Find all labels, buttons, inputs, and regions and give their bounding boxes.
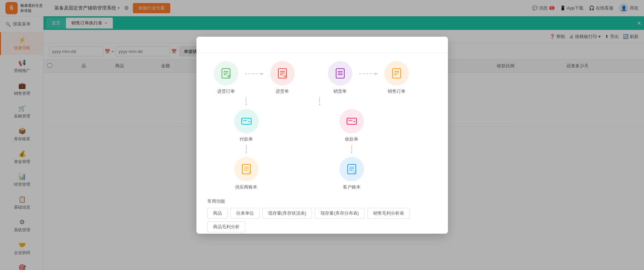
flow-supplier-account[interactable]: 供应商账本	[228, 157, 265, 190]
svg-point-28	[247, 170, 251, 174]
flow-payment-out[interactable]: 付款单	[228, 109, 265, 142]
flow-purchase-order-icon	[214, 61, 238, 86]
flow-sales-icon	[328, 61, 352, 86]
flow-sales-label: 销货单	[333, 88, 347, 94]
flow-purchase-label: 进货单	[276, 88, 289, 94]
flow-sales-order[interactable]: 销售订单	[378, 61, 415, 94]
func-btn-product-margin[interactable]: 商品毛利分析	[207, 221, 245, 232]
flow-supplier-account-label: 供应商账本	[235, 184, 257, 190]
flow-payment-in[interactable]: 收款单	[333, 109, 370, 142]
func-btn-stock-status[interactable]: 现存量(库存状况表)	[262, 208, 312, 219]
func-btn-partner[interactable]: 往来单位	[230, 208, 260, 219]
flow-payment-in-icon	[340, 109, 364, 133]
common-functions-section: 常用功能 商品 往来单位 现存量(库存状况表) 现存量(库存分布表) 销售毛利分…	[207, 198, 437, 234]
flow-customer-account-icon	[340, 157, 364, 181]
modal-overlay[interactable]: 进货订单 ▶ ✓ 进货单	[0, 0, 644, 270]
flow-customer-account[interactable]: 客户账本	[333, 157, 370, 190]
svg-point-33	[353, 170, 356, 174]
flow-purchase-order[interactable]: 进货订单	[207, 61, 245, 94]
flow-sales[interactable]: 销货单	[321, 61, 359, 94]
func-btn-sales-margin[interactable]: 销售毛利分析表	[367, 208, 410, 219]
func-btn-stock-dist[interactable]: 现存量(库存分布表)	[315, 208, 365, 219]
flow-purchase-order-label: 进货订单	[217, 88, 235, 94]
func-btn-product[interactable]: 商品	[207, 208, 228, 219]
flow-payment-out-label: 付款单	[240, 136, 253, 142]
svg-text:✓: ✓	[284, 75, 286, 78]
flow-customer-account-label: 客户账本	[343, 184, 361, 190]
svg-rect-19	[243, 120, 247, 121]
modal-header	[196, 37, 448, 53]
flow-sales-order-icon	[384, 61, 409, 86]
flow-purchase-icon: ✓	[270, 61, 295, 86]
flow-sales-order-label: 销售订单	[388, 88, 405, 94]
modal-body: 进货订单 ▶ ✓ 进货单	[196, 53, 448, 234]
flow-payment-out-icon	[234, 109, 259, 133]
flow-payment-in-label: 收款单	[345, 136, 358, 142]
svg-rect-22	[348, 120, 352, 121]
modal-dialog: 进货订单 ▶ ✓ 进货单	[196, 37, 448, 234]
flow-purchase[interactable]: ✓ 进货单	[264, 61, 301, 94]
function-buttons-row1: 商品 往来单位 现存量(库存状况表) 现存量(库存分布表) 销售毛利分析表 商品…	[207, 208, 437, 232]
flow-supplier-account-icon	[234, 157, 259, 181]
common-functions-title: 常用功能	[207, 198, 437, 204]
